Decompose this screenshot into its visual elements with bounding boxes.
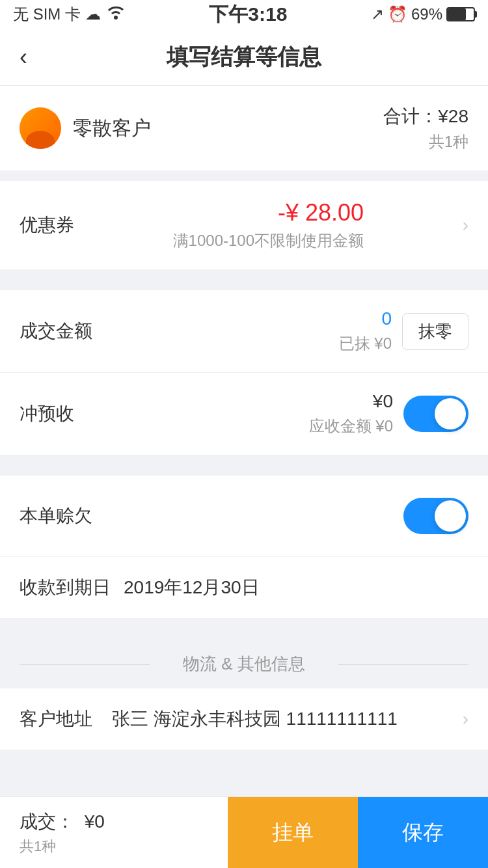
customer-avatar (20, 107, 61, 149)
deal-amount-sub: 已抹 ¥0 (339, 333, 392, 354)
battery-icon (446, 7, 475, 21)
transaction-section: 成交金额 0 已抹 ¥0 抹零 冲预收 ¥0 应收金额 ¥0 (0, 290, 488, 455)
page-title: 填写结算等信息 (167, 42, 321, 72)
coupon-discount: -¥ 28.00 (173, 199, 364, 226)
round-zero-button[interactable]: 抹零 (402, 313, 468, 350)
address-label: 客户地址 (20, 707, 92, 731)
address-section: 客户地址 张三 海淀永丰科技园 11111111111 › (0, 688, 488, 750)
deal-amount-row: 成交金额 0 已抹 ¥0 抹零 (0, 290, 488, 373)
status-time: 下午3:18 (209, 1, 287, 28)
customer-left: 零散客户 (20, 107, 151, 149)
battery-percent: 69% (411, 5, 442, 23)
due-date-row: 收款到期日 2019年12月30日 (0, 557, 488, 619)
prepaid-row: 冲预收 ¥0 应收金额 ¥0 (0, 373, 488, 455)
bottom-deal-amount: ¥0 (85, 811, 105, 832)
address-value: 张三 海淀永丰科技园 11111111111 (112, 707, 463, 731)
debt-row: 本单赊欠 (0, 476, 488, 557)
location-icon: ↗ (371, 5, 384, 23)
back-button[interactable]: ‹ (20, 44, 27, 71)
address-row[interactable]: 客户地址 张三 海淀永丰科技园 11111111111 › (0, 688, 488, 750)
total-count: 共1种 (383, 131, 468, 152)
due-date-value[interactable]: 2019年12月30日 (124, 575, 260, 600)
logistics-label: 物流 & 其他信息 (0, 640, 488, 688)
divider-3 (0, 629, 488, 640)
status-right: ↗ ⏰ 69% (371, 5, 475, 23)
toggle-knob (435, 398, 466, 429)
alarm-icon: ⏰ (388, 5, 407, 23)
logistics-label-text: 物流 & 其他信息 (183, 654, 305, 673)
coupon-label: 优惠券 (20, 213, 74, 237)
hang-button[interactable]: 挂单 (228, 797, 358, 869)
address-chevron: › (463, 709, 468, 729)
prepaid-right: ¥0 应收金额 ¥0 (309, 391, 468, 437)
deal-amount-label: 成交金额 (20, 319, 92, 344)
status-bar: 无 SIM 卡 ☁ 下午3:18 ↗ ⏰ 69% (0, 0, 488, 29)
customer-total: 合计：¥28 共1种 (383, 104, 468, 152)
bottom-bar: 成交： ¥0 共1种 挂单 保存 (0, 796, 488, 868)
prepaid-sub: 应收金额 ¥0 (309, 416, 393, 437)
divider-1 (0, 280, 488, 290)
sim-status: 无 SIM 卡 ☁ (13, 4, 101, 25)
save-button[interactable]: 保存 (358, 797, 488, 869)
coupon-row[interactable]: 优惠券 -¥ 28.00 满1000-100不限制使用金额 › (0, 181, 488, 269)
coupon-right: -¥ 28.00 满1000-100不限制使用金额 (173, 199, 364, 251)
debt-section: 本单赊欠 收款到期日 2019年12月30日 (0, 476, 488, 619)
deal-amount-right: 0 已抹 ¥0 抹零 (339, 308, 468, 354)
nav-bar: ‹ 填写结算等信息 (0, 29, 488, 86)
divider-2 (0, 465, 488, 476)
coupon-note: 满1000-100不限制使用金额 (173, 230, 364, 251)
prepaid-toggle[interactable] (403, 396, 468, 432)
customer-row: 零散客户 合计：¥28 共1种 (0, 86, 488, 170)
coupon-section: 优惠券 -¥ 28.00 满1000-100不限制使用金额 › (0, 181, 488, 269)
status-left: 无 SIM 卡 ☁ (13, 4, 126, 25)
debt-toggle[interactable] (403, 498, 468, 534)
deal-amount-value[interactable]: 0 (339, 308, 392, 329)
bottom-count: 共1种 (20, 837, 228, 856)
coupon-chevron: › (463, 215, 468, 236)
debt-label: 本单赊欠 (20, 504, 92, 528)
total-amount: 合计：¥28 (383, 104, 468, 129)
bottom-deal-row: 成交： ¥0 (20, 809, 228, 834)
debt-toggle-knob (435, 500, 466, 532)
due-date-label: 收款到期日 (20, 575, 111, 600)
prepaid-amount: ¥0 (309, 391, 393, 412)
wifi-icon (106, 5, 126, 23)
customer-section: 零散客户 合计：¥28 共1种 (0, 86, 488, 170)
customer-name: 零散客户 (73, 115, 151, 142)
prepaid-label: 冲预收 (20, 401, 74, 426)
bottom-deal-label: 成交： (20, 811, 74, 832)
bottom-info: 成交： ¥0 共1种 (0, 809, 228, 856)
content: 零散客户 合计：¥28 共1种 优惠券 -¥ 28.00 满1000-100不限… (0, 86, 488, 838)
